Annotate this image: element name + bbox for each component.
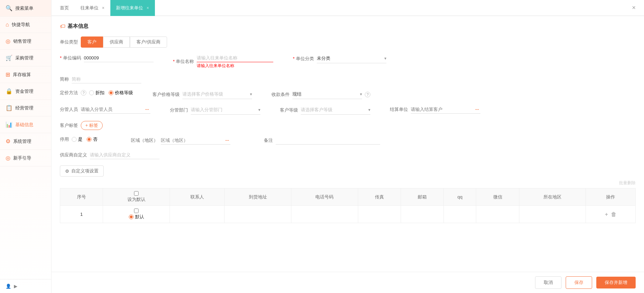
- batch-delete-btn[interactable]: 批量删除: [619, 180, 636, 186]
- region-input[interactable]: [161, 136, 224, 144]
- customer-price-level-select[interactable]: 请选择客户价格等级 ▾: [182, 90, 252, 99]
- add-tag-button[interactable]: + 标签: [81, 121, 103, 130]
- region-input-wrapper: ···: [161, 136, 230, 145]
- row-delete-btn[interactable]: 🗑: [611, 211, 616, 218]
- row-default-radio-circle: [129, 214, 134, 219]
- disabled-radio-group: 是 否: [72, 136, 97, 143]
- customer-level-select[interactable]: 请选择客户等级 ▾: [301, 105, 370, 115]
- sidebar-item-system[interactable]: ⚙ 系统管理: [0, 133, 51, 150]
- level-radio-circle: [109, 90, 113, 95]
- supplier-custom-row: 供应商自定义: [60, 151, 636, 159]
- row-default-dot: [130, 215, 133, 218]
- level-radio-dot: [110, 91, 112, 94]
- payment-terms-help-icon[interactable]: ?: [365, 92, 370, 97]
- unit-code-group: 单位编码: [60, 54, 154, 62]
- supplier-custom-input[interactable]: [90, 151, 159, 159]
- payment-terms-label: 收款条件: [272, 91, 290, 98]
- col-wechat: 微信: [476, 188, 519, 206]
- unit-code-input[interactable]: [84, 54, 154, 62]
- sidebar-item-label: 销售管理: [13, 38, 31, 44]
- purchase-icon: 🛒: [6, 55, 13, 61]
- no-radio-dot: [88, 138, 91, 141]
- unit-info-row: 单位编码 单位名称 请输入往来单位名称 单位分类 未分类 ▾: [60, 54, 636, 69]
- tab-new-unit-close[interactable]: ×: [147, 6, 149, 10]
- window-close-button[interactable]: ×: [626, 4, 641, 11]
- save-new-button[interactable]: 保存并新增: [596, 277, 636, 288]
- manager-input[interactable]: [81, 105, 144, 113]
- select-all-checkbox[interactable]: [134, 191, 139, 196]
- row-default-radio[interactable]: 默认: [129, 214, 144, 220]
- unit-name-input[interactable]: [197, 54, 273, 62]
- manager-more-btn[interactable]: ···: [144, 107, 150, 112]
- col-email: 邮箱: [401, 188, 443, 206]
- settlement-more-btn[interactable]: ···: [474, 107, 480, 112]
- row-seq: 1: [60, 206, 103, 223]
- abbr-input[interactable]: [72, 75, 141, 83]
- sidebar-item-basic-info[interactable]: 📊 基础信息: [0, 116, 51, 133]
- manager-row: 分管人员 ··· 分管部门 请输入分管部门 ▾ 客户等级 请选择客户等级 ▾: [60, 105, 636, 115]
- payment-terms-select[interactable]: 现结 ▾: [292, 90, 362, 99]
- disabled-yes-radio[interactable]: 是: [72, 136, 83, 143]
- unit-category-group: 单位分类 未分类 ▾: [293, 54, 386, 63]
- sidebar-item-sales[interactable]: ◎ 销售管理: [0, 33, 51, 50]
- tab-home[interactable]: 首页: [54, 0, 75, 16]
- main-container: 首页 往来单位 × 新增往来单位 × × 🏷 基本信息 单位类型 客户: [52, 0, 644, 293]
- sales-icon: ◎: [6, 38, 10, 44]
- region-more-btn[interactable]: ···: [224, 138, 230, 143]
- discount-radio-circle: [89, 90, 94, 95]
- sidebar-item-guide[interactable]: ◎ 新手引导: [0, 150, 51, 166]
- payment-terms-arrow: ▾: [360, 92, 362, 97]
- no-radio-label: 否: [93, 136, 97, 143]
- sidebar-item-quick-nav[interactable]: ⌂ 快捷导航: [0, 17, 51, 33]
- finance-icon: 🔒: [6, 88, 13, 95]
- settlement-input[interactable]: [411, 105, 474, 113]
- save-button[interactable]: 保存: [566, 276, 592, 289]
- customer-price-level-arrow: ▾: [250, 92, 252, 97]
- tab-new-unit[interactable]: 新增往来单位 ×: [110, 0, 155, 16]
- sidebar-item-search[interactable]: 🔍 搜索菜单: [0, 0, 51, 17]
- sidebar-bottom: 👤 ▶: [0, 279, 51, 293]
- sidebar-item-purchase[interactable]: 🛒 采购管理: [0, 50, 51, 66]
- col-contact: 联系人: [170, 188, 224, 206]
- dept-select[interactable]: 请输入分管部门 ▾: [191, 105, 260, 115]
- row-checkbox[interactable]: [134, 209, 139, 213]
- pricing-level-radio[interactable]: 价格等级: [109, 90, 133, 96]
- customer-level-placeholder: 请选择客户等级: [301, 107, 367, 113]
- guide-icon: ◎: [6, 155, 10, 161]
- col-region: 所在地区: [519, 188, 586, 206]
- sidebar-item-ops[interactable]: 📋 经营管理: [0, 100, 51, 116]
- region-group: 区域（地区） ···: [131, 136, 230, 145]
- pricing-discount-radio[interactable]: 折扣: [89, 90, 104, 96]
- custom-settings-button[interactable]: ⚙ 自定义项设置: [60, 165, 104, 177]
- settlement-group: 结算单位 ···: [390, 105, 480, 114]
- contact-table: 序号 设为默认 联系人 到货地址 电话号码 传真 邮箱 qq: [60, 188, 636, 223]
- pricing-help-icon[interactable]: ?: [81, 90, 86, 96]
- dept-arrow: ▾: [258, 107, 260, 112]
- sidebar-item-inventory[interactable]: ⊞ 库存核算: [0, 66, 51, 83]
- row-fax: [358, 206, 401, 223]
- tab-business-unit-close[interactable]: ×: [102, 6, 104, 10]
- sidebar-item-finance[interactable]: 🔒 资金管理: [0, 83, 51, 100]
- basic-info-icon: 📊: [6, 121, 13, 128]
- unit-type-customer-btn[interactable]: 客户: [81, 36, 103, 48]
- sidebar-item-label: 经营管理: [15, 105, 33, 111]
- level-radio-label: 价格等级: [115, 90, 133, 96]
- unit-category-select[interactable]: 未分类 ▾: [317, 54, 386, 63]
- row-add-btn[interactable]: +: [605, 211, 608, 218]
- unit-type-both-btn[interactable]: 客户/供应商: [130, 36, 167, 48]
- abbr-row: 简称: [60, 75, 636, 83]
- row-wechat: [476, 206, 519, 223]
- disabled-no-radio[interactable]: 否: [87, 136, 97, 143]
- sidebar-item-label: 库存核算: [13, 72, 31, 78]
- inventory-icon: ⊞: [6, 71, 10, 78]
- remark-input[interactable]: [276, 136, 380, 145]
- tab-business-unit[interactable]: 往来单位 ×: [75, 0, 110, 16]
- content-area: 🏷 基本信息 单位类型 客户 供应商 客户/供应商 单位编码 单位名称: [52, 16, 644, 272]
- sidebar-item-label: 资金管理: [15, 88, 33, 95]
- expand-icon: ▶: [14, 284, 17, 289]
- home-icon: ⌂: [6, 22, 9, 28]
- unit-type-supplier-btn[interactable]: 供应商: [103, 36, 130, 48]
- cancel-button[interactable]: 取消: [535, 276, 561, 289]
- search-icon: 🔍: [6, 5, 13, 11]
- row-action-buttons: + 🗑: [589, 211, 632, 218]
